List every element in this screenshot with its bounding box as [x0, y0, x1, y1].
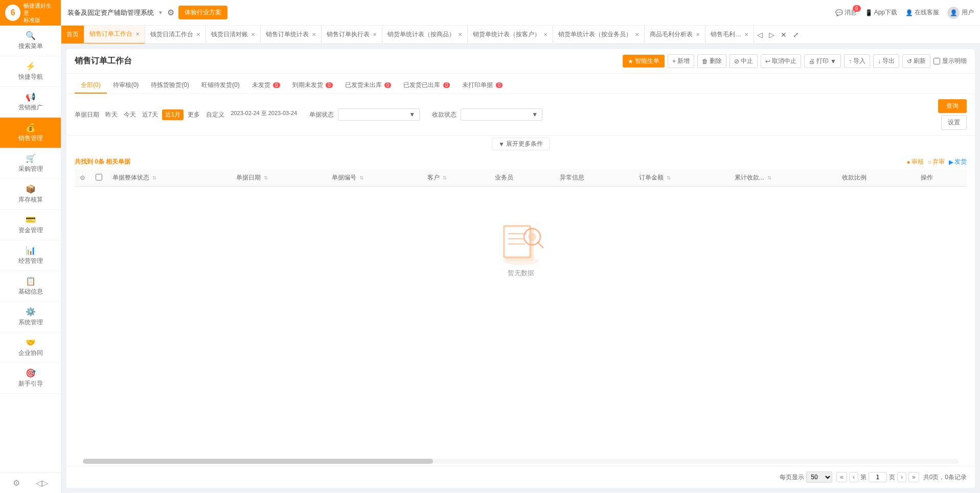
status-sort-icon[interactable]: ⇅ [152, 175, 156, 181]
gear-settings-btn[interactable]: ⚙ [167, 8, 174, 17]
page-size-selector: 每页显示 10 20 50 100 [780, 472, 832, 483]
sidebar-item-marketing[interactable]: 📢 营销推广 [0, 87, 61, 118]
expand-more-btn[interactable]: ▼ 展开更多条件 [492, 138, 550, 150]
workbench-panel: 销售订单工作台 ★ 智能生单 + 新增 🗑 删除 ⊘ [66, 49, 975, 488]
tab-sales-product[interactable]: 销货单统计表（按商品） ✕ [382, 26, 468, 44]
tab-sales-stats[interactable]: 销售订单统计表 ✕ [261, 26, 322, 44]
sub-tab-pending-inspect[interactable]: 待拣货验货(0) [145, 78, 195, 94]
tab-close-icon[interactable]: ✕ [744, 32, 748, 37]
settings-footer-btn[interactable]: ⚙ [13, 478, 20, 488]
tab-close-icon[interactable]: ✕ [458, 32, 462, 37]
online-service-btn[interactable]: 👤 在线客服 [905, 8, 939, 17]
tab-cash-daily[interactable]: 钱货日清工作台 ✕ [145, 26, 206, 44]
sub-tab-shipped-not-out[interactable]: 已发货未出库 0 [339, 78, 398, 94]
date-today-btn[interactable]: 今天 [122, 109, 138, 120]
tab-cash-reconcile[interactable]: 钱货日清对账 ✕ [206, 26, 261, 44]
th-settings[interactable]: ⚙ [75, 169, 90, 187]
collected-sort-icon[interactable]: ⇅ [767, 175, 771, 181]
sub-tab-not-printed[interactable]: 未打印单据 0 [456, 78, 509, 94]
add-icon: + [672, 58, 676, 65]
import-btn[interactable]: ↑ 导入 [844, 54, 870, 68]
next-page-btn[interactable]: › [897, 472, 906, 482]
sub-tab-pending-review[interactable]: 待审核(0) [107, 78, 145, 94]
add-btn[interactable]: + 新增 [668, 54, 694, 68]
tab-gross-margin[interactable]: 商品毛利分析表 ✕ [645, 26, 705, 44]
payment-filter-select[interactable]: ▼ [461, 108, 542, 121]
show-detail-label[interactable]: 显示明细 [933, 57, 967, 65]
tab-sales-workbench[interactable]: 销售订单工作台 ✕ [84, 26, 145, 44]
collapse-sidebar-btn[interactable]: ◁▷ [36, 478, 48, 488]
tab-close-all-btn[interactable]: ✕ [778, 26, 790, 44]
tab-close-icon[interactable]: ✕ [373, 32, 377, 37]
tab-fullscreen-btn[interactable]: ⤢ [790, 26, 802, 44]
tab-close-icon[interactable]: ✕ [196, 32, 200, 37]
smart-create-btn[interactable]: ★ 智能生单 [623, 55, 665, 68]
sidebar-item-inventory[interactable]: 📦 库存核算 [0, 179, 61, 210]
sidebar-item-capital[interactable]: 💳 资金管理 [0, 210, 61, 240]
tab-sales-staff[interactable]: 销货单统计表（按业务员） ✕ [553, 26, 645, 44]
status-filter-select[interactable]: ▼ [338, 108, 420, 121]
sidebar-item-purchase[interactable]: 🛒 采购管理 [0, 148, 61, 179]
amount-sort-icon[interactable]: ⇅ [667, 175, 671, 181]
stop-btn[interactable]: ⊘ 中止 [730, 54, 758, 68]
tab-close-icon[interactable]: ✕ [696, 32, 700, 37]
tab-close-icon[interactable]: ✕ [635, 32, 639, 37]
date-more-btn[interactable]: 更多 [186, 109, 202, 120]
query-btn[interactable]: 查询 [938, 99, 967, 113]
delete-icon: 🗑 [702, 58, 708, 65]
sub-tab-all[interactable]: 全部(0) [75, 78, 107, 94]
tab-home[interactable]: 首页 [61, 26, 84, 44]
cancel-stop-btn[interactable]: ↩ 取消中止 [761, 54, 801, 68]
sidebar-item-quick-nav[interactable]: ⚡ 快捷导航 [0, 56, 61, 87]
user-menu-btn[interactable]: 👤 用户 [947, 7, 974, 19]
sub-tab-not-shipped[interactable]: 未发货 0 [246, 78, 286, 94]
tab-scroll-left-btn[interactable]: ◁ [754, 26, 766, 44]
customer-sort-icon[interactable]: ⇅ [443, 175, 447, 181]
last-page-btn[interactable]: » [908, 472, 919, 482]
app-download-btn[interactable]: 📱 App下载 [865, 8, 897, 17]
sidebar-item-basic-info[interactable]: 📋 基础信息 [0, 271, 61, 302]
page-number-input[interactable] [869, 472, 887, 482]
sidebar-item-enterprise[interactable]: 🤝 企业协同 [0, 332, 61, 363]
batch-ship-btn[interactable]: ▶ 发货 [949, 158, 967, 166]
date-sort-icon[interactable]: ⇅ [264, 175, 268, 181]
first-page-btn[interactable]: « [836, 472, 847, 482]
tab-sales-exec[interactable]: 销售订单执行表 ✕ [322, 26, 382, 44]
export-btn[interactable]: ↓ 导出 [873, 54, 899, 68]
delete-btn[interactable]: 🗑 删除 [697, 54, 726, 68]
date-1month-btn[interactable]: 近1月 [162, 109, 184, 120]
sidebar-item-sales[interactable]: 💰 销售管理 [0, 118, 61, 148]
date-yesterday-btn[interactable]: 昨天 [103, 109, 120, 120]
industry-solution-btn[interactable]: 体验行业方案 [178, 6, 227, 19]
tab-close-icon[interactable]: ✕ [135, 31, 140, 37]
sub-tab-shipped-out[interactable]: 已发货已出库 0 [397, 78, 456, 94]
tab-sales-customer[interactable]: 销货单统计表（按客户） ✕ [468, 26, 553, 44]
prev-page-btn[interactable]: ‹ [849, 472, 858, 482]
sidebar-item-operations[interactable]: 📊 经营管理 [0, 240, 61, 271]
select-all-checkbox[interactable] [96, 174, 102, 181]
message-btn[interactable]: 💬 消息 6 [835, 8, 857, 17]
sidebar-item-guide[interactable]: 🎯 新手引导 [0, 363, 61, 394]
page-size-select[interactable]: 10 20 50 100 [806, 472, 832, 483]
batch-cancel-btn[interactable]: ○ 弃审 [928, 158, 945, 166]
batch-review-btn[interactable]: ● 审核 [907, 158, 924, 166]
number-sort-icon[interactable]: ⇅ [359, 175, 363, 181]
sidebar-item-sys-admin[interactable]: ⚙️ 系统管理 [0, 302, 61, 332]
sidebar-item-label: 采购管理 [18, 165, 43, 173]
date-7days-btn[interactable]: 近7天 [140, 109, 160, 120]
sidebar-item-search[interactable]: 🔍 搜索菜单 [0, 26, 61, 56]
set-btn[interactable]: 设置 [941, 115, 967, 130]
tab-sales-gross[interactable]: 销售毛利… ✕ [705, 26, 754, 44]
print-btn[interactable]: 🖨 打印 ▼ [804, 54, 841, 68]
tab-close-icon[interactable]: ✕ [543, 32, 548, 37]
sub-tab-wangpu-ship[interactable]: 旺铺待发货(0) [195, 78, 246, 94]
scrollbar-thumb[interactable] [83, 459, 433, 464]
tab-scroll-right-btn[interactable]: ▷ [766, 26, 778, 44]
refresh-btn[interactable]: ↺ 刷新 [902, 54, 930, 68]
tab-close-icon[interactable]: ✕ [312, 32, 316, 37]
sub-tab-overdue-not-shipped[interactable]: 到期未发货 0 [286, 78, 339, 94]
tab-close-icon[interactable]: ✕ [251, 32, 255, 37]
date-custom-btn[interactable]: 自定义 [204, 109, 226, 120]
horizontal-scrollbar[interactable] [83, 459, 959, 464]
show-detail-checkbox[interactable] [933, 58, 940, 64]
